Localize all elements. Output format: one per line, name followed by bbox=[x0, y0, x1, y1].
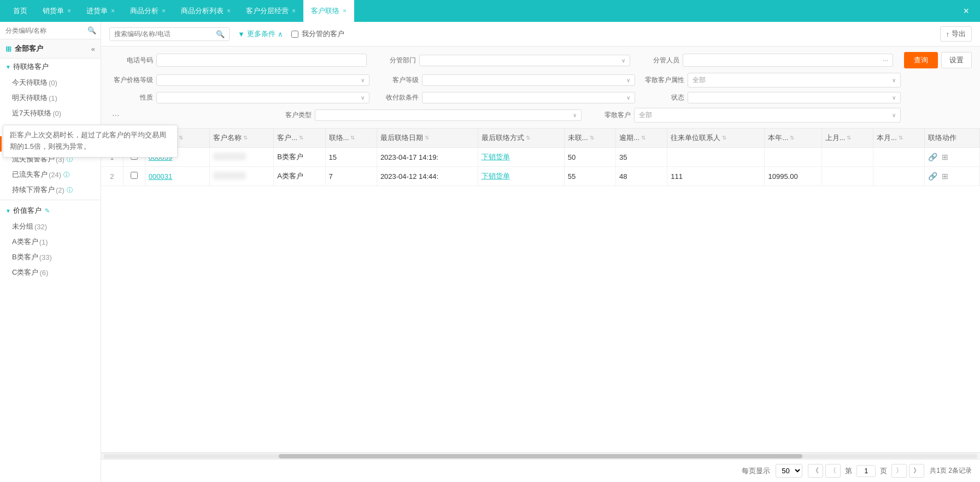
col-last-date-sort[interactable]: 最后联络日期 ⇅ bbox=[380, 133, 474, 143]
sidebar-item-unclassified[interactable]: 未分组(32) bbox=[0, 219, 101, 234]
gender-chevron: ∨ bbox=[361, 95, 365, 101]
person-select[interactable]: ··· bbox=[683, 54, 893, 67]
value-customers-group-header[interactable]: ▼ 价值客户 ✎ bbox=[0, 202, 101, 219]
sidebar-item-b-class[interactable]: B类客户(33) bbox=[0, 249, 101, 265]
export-button[interactable]: ↑ 导出 bbox=[940, 26, 972, 42]
row1-action-link-icon[interactable]: 🔗 bbox=[928, 153, 937, 161]
last-page-btn[interactable]: 》 bbox=[909, 464, 924, 478]
nav-sales-order-close[interactable]: × bbox=[67, 7, 71, 15]
nav-customer-segment[interactable]: 客户分层经营 × bbox=[238, 0, 303, 22]
table-row: 2 000031 A类客户 7 2023-04-12 14:44: 下销货单 5… bbox=[101, 167, 980, 186]
nav-purchase-order[interactable]: 进货单 × bbox=[79, 0, 122, 22]
nav-product-analysis[interactable]: 商品分析 × bbox=[122, 0, 173, 22]
col-overdue: 逾期... ⇅ bbox=[616, 129, 667, 148]
sidebar-item-lost[interactable]: 已流失客户(24) ⓘ bbox=[0, 167, 101, 182]
row2-action-grid-icon[interactable]: ⊞ bbox=[942, 172, 948, 181]
row2-last-method[interactable]: 下销货单 bbox=[478, 167, 564, 186]
col-this-year-sort[interactable]: 本年... ⇅ bbox=[768, 133, 818, 143]
status-select[interactable]: ∨ bbox=[688, 92, 901, 103]
col-last-month: 上月... ⇅ bbox=[821, 129, 873, 148]
row2-select-checkbox[interactable] bbox=[131, 172, 138, 179]
sort-icon-overdue: ⇅ bbox=[641, 135, 645, 141]
nav-customer-contact-close[interactable]: × bbox=[343, 7, 347, 15]
my-customers-checkbox[interactable] bbox=[291, 31, 298, 38]
pending-contact-group-header[interactable]: ▼ 待联络客户 bbox=[0, 59, 101, 75]
filter-search-icon[interactable]: 🔍 bbox=[216, 30, 225, 38]
phone-input[interactable] bbox=[156, 54, 367, 67]
payment-field: 收付款条件 ∨ bbox=[375, 92, 635, 103]
dept-select[interactable]: ∨ bbox=[419, 55, 630, 66]
nav-sales-order[interactable]: 销货单 × bbox=[35, 0, 79, 22]
row2-code[interactable]: 000031 bbox=[145, 167, 209, 186]
row2-checkbox[interactable] bbox=[123, 167, 145, 186]
row1-last-method[interactable]: 下销货单 bbox=[478, 148, 564, 167]
top-nav: 首页 销货单 × 进货单 × 商品分析 × 商品分析列表 × 客户分层经营 × … bbox=[0, 0, 980, 22]
table-container: ⚙ 客户编码 ⇅ 客户名称 bbox=[101, 129, 980, 452]
adv-filter-row-4: ··· 客户类型 ∨ 零散客户 全部 ∨ bbox=[109, 108, 972, 123]
prev-page-btn[interactable]: 〈 bbox=[825, 464, 841, 478]
sidebar-item-7days[interactable]: 近7天待联络(0) bbox=[0, 106, 101, 121]
nav-product-analysis-list-close[interactable]: × bbox=[227, 7, 231, 15]
col-customer-type: 客户... ⇅ bbox=[274, 129, 325, 148]
scroll-thumb[interactable] bbox=[279, 454, 803, 458]
first-page-btn[interactable]: 《 bbox=[808, 464, 823, 478]
col-last-month-sort[interactable]: 上月... ⇅ bbox=[825, 133, 870, 143]
nav-purchase-order-close[interactable]: × bbox=[111, 7, 115, 15]
customer-type-select[interactable]: ∨ bbox=[315, 109, 582, 121]
retail-customer-select[interactable]: 全部 ∨ bbox=[634, 108, 901, 123]
nav-customer-segment-close[interactable]: × bbox=[292, 7, 296, 15]
row2-contact: 7 bbox=[325, 167, 377, 186]
query-button[interactable]: 查询 bbox=[904, 52, 938, 68]
info-icon-lost: ⓘ bbox=[63, 171, 69, 179]
col-this-month-sort[interactable]: 本月... ⇅ bbox=[877, 133, 921, 143]
sidebar-item-c-class[interactable]: C类客户(6) bbox=[0, 265, 101, 280]
price-level-field: 客户价格等级 ∨ bbox=[109, 74, 369, 86]
row2-action-link-icon[interactable]: 🔗 bbox=[928, 172, 937, 181]
row1-action-grid-icon[interactable]: ⊞ bbox=[942, 153, 948, 161]
sort-icon-date: ⇅ bbox=[425, 135, 429, 141]
sidebar-item-today[interactable]: 今天待联络(0) bbox=[0, 75, 101, 90]
col-action: 联络动作 bbox=[925, 129, 980, 148]
col-name-sort[interactable]: 客户名称 ⇅ bbox=[213, 133, 271, 143]
sidebar-item-tomorrow[interactable]: 明天待联络(1) bbox=[0, 90, 101, 106]
row-dots[interactable]: ··· bbox=[109, 111, 122, 120]
nav-home[interactable]: 首页 bbox=[5, 0, 35, 22]
nav-customer-contact[interactable]: 客户联络 × bbox=[303, 0, 354, 22]
export-icon: ↑ bbox=[946, 30, 950, 38]
page-number-input[interactable] bbox=[856, 465, 876, 477]
col-last-method-sort[interactable]: 最后联络方式 ⇅ bbox=[482, 133, 561, 143]
window-close-button[interactable]: × bbox=[958, 5, 975, 17]
col-last-method: 最后联络方式 ⇅ bbox=[478, 129, 564, 148]
col-overdue-sort[interactable]: 逾期... ⇅ bbox=[619, 133, 664, 143]
price-level-select[interactable]: ∨ bbox=[156, 74, 369, 86]
next-page-btn[interactable]: 〉 bbox=[891, 464, 907, 478]
payment-select[interactable]: ∨ bbox=[422, 92, 635, 103]
level-select[interactable]: ∨ bbox=[422, 74, 635, 86]
nav-product-analysis-list[interactable]: 商品分析列表 × bbox=[173, 0, 238, 22]
page-size-select[interactable]: 50 bbox=[776, 464, 802, 478]
filter-search-input[interactable] bbox=[114, 30, 216, 38]
sidebar-search-icon[interactable]: 🔍 bbox=[87, 26, 96, 34]
more-conditions-btn[interactable]: ▼ 更多条件 ∧ bbox=[238, 29, 283, 39]
sort-icon-this-month: ⇅ bbox=[899, 135, 903, 141]
sidebar-item-a-class[interactable]: A类客户(1) bbox=[0, 234, 101, 249]
col-customer-type-sort[interactable]: 客户... ⇅ bbox=[277, 133, 321, 143]
customer-type-chevron: ∨ bbox=[573, 112, 577, 118]
gender-select[interactable]: ∨ bbox=[156, 92, 369, 103]
info-icon-declining: ⓘ bbox=[67, 186, 73, 194]
sidebar-item-declining[interactable]: 持续下滑客户(2) ⓘ bbox=[0, 182, 101, 198]
edit-value-icon[interactable]: ✎ bbox=[45, 207, 50, 214]
col-last-date: 最后联络日期 ⇅ bbox=[377, 129, 478, 148]
sidebar-collapse-btn[interactable]: « bbox=[91, 45, 95, 53]
nav-product-analysis-close[interactable]: × bbox=[162, 7, 166, 15]
sort-icon-contact: ⇅ bbox=[350, 135, 355, 141]
row1-not-contact: 50 bbox=[564, 148, 615, 167]
person-dots[interactable]: ··· bbox=[883, 56, 888, 64]
col-unit-contacts-sort[interactable]: 往来单位联系人 ⇅ bbox=[671, 133, 761, 143]
settings-button[interactable]: 设置 bbox=[941, 52, 972, 68]
retail-attr-select[interactable]: 全部 ∨ bbox=[688, 73, 901, 88]
col-contact-sort[interactable]: 联络... ⇅ bbox=[329, 133, 373, 143]
sidebar-search-input[interactable] bbox=[5, 27, 87, 34]
horizontal-scrollbar[interactable] bbox=[101, 452, 980, 459]
col-not-contact-sort[interactable]: 未联... ⇅ bbox=[568, 133, 612, 143]
